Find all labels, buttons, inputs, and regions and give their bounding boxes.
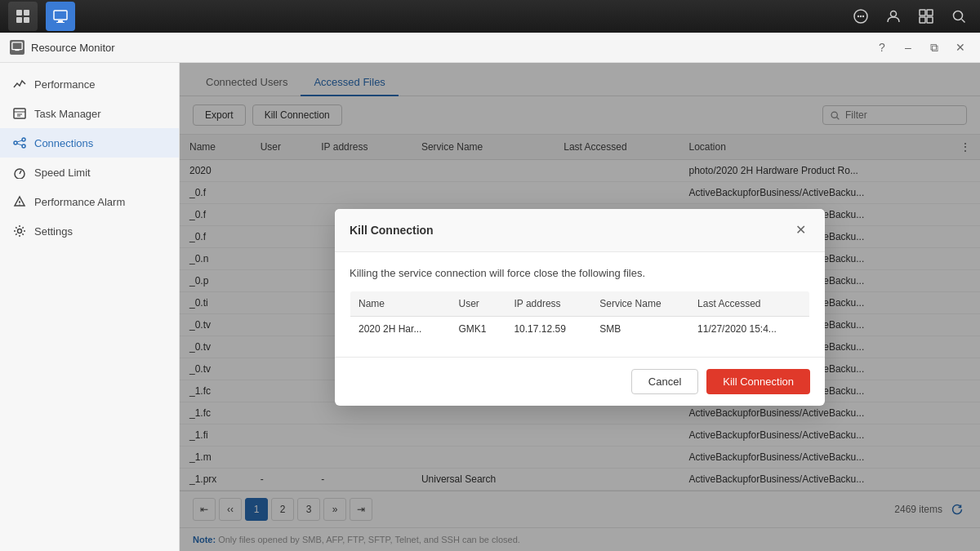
close-button[interactable]: ✕ [951,38,970,57]
svg-rect-5 [58,20,63,22]
sidebar-item-speed-limit[interactable]: Speed Limit [0,158,179,187]
chat-icon[interactable] [848,3,874,29]
app-icon [10,40,24,55]
modal-cell-service: SMB [591,316,689,341]
modal-table-row: 2020 2H Har... GMK1 10.17.12.59 SMB 11/2… [350,316,810,341]
sidebar-item-settings[interactable]: Settings [0,216,179,246]
svg-point-26 [22,144,25,148]
sidebar-item-performance-alarm[interactable]: Performance Alarm [0,187,179,216]
modal-kill-connection-button[interactable]: Kill Connection [706,369,810,394]
svg-line-28 [17,144,22,145]
modal-col-name: Name [350,291,451,316]
sidebar: Performance Task Manager Connections Spe… [0,63,180,551]
modal-header: Kill Connection ✕ [335,209,825,252]
svg-rect-12 [920,10,925,16]
modal-col-service: Service Name [591,291,689,316]
svg-point-8 [858,16,859,17]
modal-col-user: User [451,291,506,316]
modal-cell-ip: 10.17.12.59 [506,316,591,341]
taskbar [0,0,980,33]
svg-point-9 [860,16,862,17]
modal-col-ip: IP address [506,291,591,316]
svg-line-30 [20,171,21,174]
title-bar: Resource Monitor ? – ⧉ ✕ [0,33,980,63]
modal-close-button[interactable]: ✕ [791,220,810,240]
svg-rect-14 [920,17,925,23]
window-controls: ? – ⧉ ✕ [872,38,970,57]
sidebar-item-task-manager[interactable]: Task Manager [0,99,179,128]
svg-point-11 [891,11,897,17]
modal-col-last-accessed: Last Accessed [689,291,809,316]
modal-message: Killing the service connection will forc… [350,267,810,279]
svg-point-24 [14,141,17,144]
svg-line-17 [962,20,965,23]
modal-cell-name: 2020 2H Har... [350,316,451,341]
cancel-button[interactable]: Cancel [631,369,698,394]
svg-rect-18 [12,42,22,50]
main-content: Connected Users Accessed Files Export Ki… [180,63,980,551]
taskbar-right [848,3,972,29]
user-icon[interactable] [880,3,906,29]
modal-footer: Cancel Kill Connection [335,357,825,406]
modal-body: Killing the service connection will forc… [335,252,825,357]
sidebar-item-performance[interactable]: Performance [0,69,179,99]
svg-rect-15 [927,17,933,23]
svg-point-10 [862,16,864,17]
modal-table: Name User IP address Service Name Last A… [350,291,810,342]
svg-point-32 [19,204,20,205]
maximize-button[interactable]: ⧉ [924,38,944,57]
search-icon[interactable] [946,3,972,29]
svg-rect-2 [16,17,22,23]
minimize-button[interactable]: – [898,38,918,57]
svg-rect-13 [927,10,933,16]
help-button[interactable]: ? [872,38,892,57]
windows-icon[interactable] [913,3,939,29]
app-body: Performance Task Manager Connections Spe… [0,63,980,551]
modal-cell-user: GMK1 [451,316,506,341]
svg-rect-1 [24,10,29,16]
modal-overlay: Kill Connection ✕ Killing the service co… [180,63,980,551]
svg-rect-4 [54,11,67,20]
modal-cell-last-accessed: 11/27/2020 15:4... [689,316,809,341]
kill-connection-modal: Kill Connection ✕ Killing the service co… [335,209,825,406]
taskbar-monitor-icon[interactable] [46,2,75,31]
svg-rect-20 [14,109,25,118]
svg-rect-0 [16,10,22,16]
svg-rect-6 [56,22,65,23]
app-window: Resource Monitor ? – ⧉ ✕ Performance Tas… [0,33,980,551]
svg-point-16 [954,11,963,20]
sidebar-item-connections[interactable]: Connections [0,128,179,158]
taskbar-grid-icon[interactable] [8,2,38,31]
app-title: Resource Monitor [31,42,115,54]
svg-point-33 [18,229,22,233]
svg-point-25 [22,138,25,141]
svg-line-27 [17,140,22,142]
modal-title: Kill Connection [350,224,434,237]
svg-rect-3 [24,17,29,23]
